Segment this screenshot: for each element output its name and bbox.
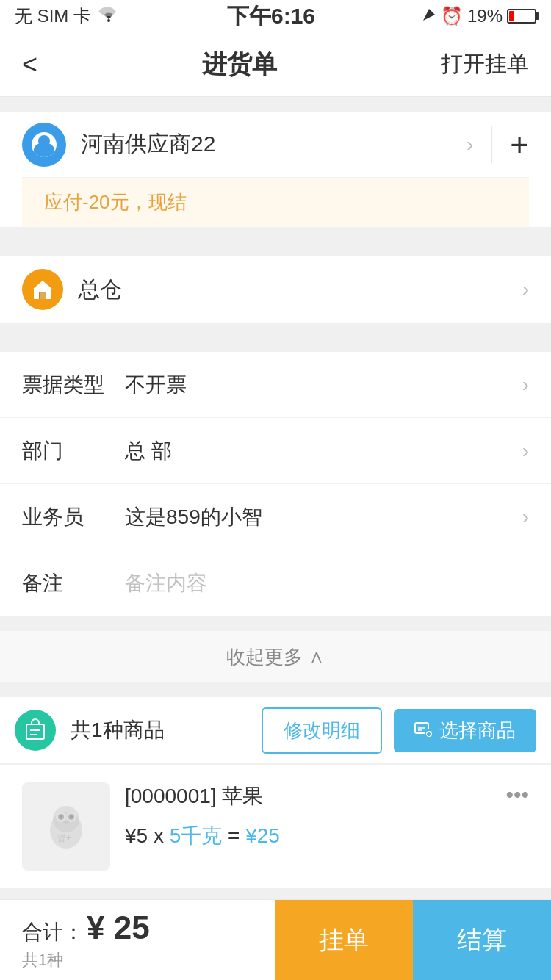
supplier-row[interactable]: 河南供应商22 › +: [22, 112, 529, 178]
total-amount: ¥ 25: [87, 909, 150, 946]
wifi-icon: [97, 6, 120, 26]
product-more-button[interactable]: •••: [505, 782, 529, 807]
remark-label: 备注: [22, 569, 125, 597]
total-section: 合计： ¥ 25 共1种: [0, 909, 275, 971]
svg-marker-3: [32, 281, 53, 289]
supplier-section: 河南供应商22 › + 应付-20元，现结: [0, 112, 551, 227]
edit-detail-button[interactable]: 修改明细: [262, 707, 382, 754]
pending-button[interactable]: 挂单: [275, 900, 413, 981]
supplier-notice: 应付-20元，现结: [22, 178, 529, 227]
svg-point-20: [60, 815, 62, 818]
dept-label: 部门: [22, 437, 125, 465]
collapse-bar[interactable]: 收起更多 ∧: [0, 631, 551, 682]
alarm-icon: ⏰: [441, 6, 463, 26]
chevron-right-icon: ›: [522, 278, 529, 301]
nav-bar: < 进货单 打开挂单: [0, 32, 551, 97]
total-label: 合计：: [22, 918, 84, 946]
page-title: 进货单: [202, 48, 277, 82]
warehouse-icon: [22, 269, 63, 310]
location-icon: [422, 6, 436, 26]
total-count: 共1种: [22, 949, 253, 971]
status-bar: 无 SIM 卡 下午6:16 ⏰ 19%: [0, 0, 551, 32]
select-product-button[interactable]: 选择商品: [394, 709, 536, 752]
checkout-button[interactable]: 结算: [413, 900, 551, 981]
remark-row[interactable]: 备注 备注内容: [0, 550, 551, 616]
warehouse-name: 总仓: [78, 275, 522, 305]
product-item: 督+ [0000001] 苹果 ¥5 x 5千克 = ¥25 •••: [0, 765, 551, 888]
product-info: [0000001] 苹果 ¥5 x 5千克 = ¥25: [125, 782, 491, 850]
products-header: 共1种商品 修改明细 选择商品: [0, 697, 551, 763]
section-gap-3: [0, 323, 551, 337]
carrier-text: 无 SIM 卡: [15, 4, 91, 28]
time-display: 下午6:16: [227, 1, 315, 32]
product-price: ¥5 x 5千克 = ¥25: [125, 822, 491, 850]
bottom-bar: 合计： ¥ 25 共1种 挂单 结算: [0, 899, 551, 980]
svg-text:督+: 督+: [57, 833, 71, 843]
battery-percent: 19%: [467, 6, 503, 26]
remark-value[interactable]: 备注内容: [125, 569, 529, 597]
chevron-right-icon: ›: [522, 439, 529, 463]
svg-point-0: [107, 19, 110, 22]
add-supplier-button[interactable]: +: [510, 126, 529, 163]
form-section: 票据类型 不开票 › 部门 总 部 › 业务员 这是859的小智 › 备注 备注…: [0, 352, 551, 616]
status-left: 无 SIM 卡: [15, 4, 120, 28]
svg-rect-7: [26, 724, 44, 739]
dept-row[interactable]: 部门 总 部 ›: [0, 418, 551, 484]
product-name: [0000001] 苹果: [125, 782, 491, 810]
product-thumbnail: 督+: [22, 782, 110, 871]
section-gap-1: [0, 97, 551, 112]
chevron-right-icon: ›: [467, 133, 473, 156]
salesman-row[interactable]: 业务员 这是859的小智 ›: [0, 484, 551, 550]
salesman-value: 这是859的小智: [125, 503, 522, 531]
invoice-label: 票据类型: [22, 371, 125, 399]
status-right: ⏰ 19%: [422, 6, 536, 26]
invoice-value: 不开票: [125, 371, 522, 399]
back-button[interactable]: <: [22, 49, 37, 80]
dept-value: 总 部: [125, 437, 522, 465]
products-icon: [15, 710, 56, 751]
products-count: 共1种商品: [71, 716, 262, 744]
chevron-right-icon: ›: [522, 373, 529, 397]
warehouse-row[interactable]: 总仓 ›: [22, 256, 529, 323]
svg-point-21: [70, 815, 73, 818]
battery-icon: [507, 9, 536, 24]
warehouse-section: 总仓 ›: [0, 256, 551, 323]
supplier-name: 河南供应商22: [81, 129, 467, 159]
section-gap-2: [0, 227, 551, 242]
svg-rect-6: [40, 292, 46, 299]
avatar: [22, 123, 66, 167]
chevron-right-icon: ›: [522, 505, 529, 529]
supplier-divider: [491, 126, 492, 163]
invoice-row[interactable]: 票据类型 不开票 ›: [0, 352, 551, 418]
open-pending-button[interactable]: 打开挂单: [441, 49, 529, 79]
select-product-label: 选择商品: [439, 718, 516, 743]
salesman-label: 业务员: [22, 503, 125, 531]
svg-marker-1: [423, 9, 435, 21]
